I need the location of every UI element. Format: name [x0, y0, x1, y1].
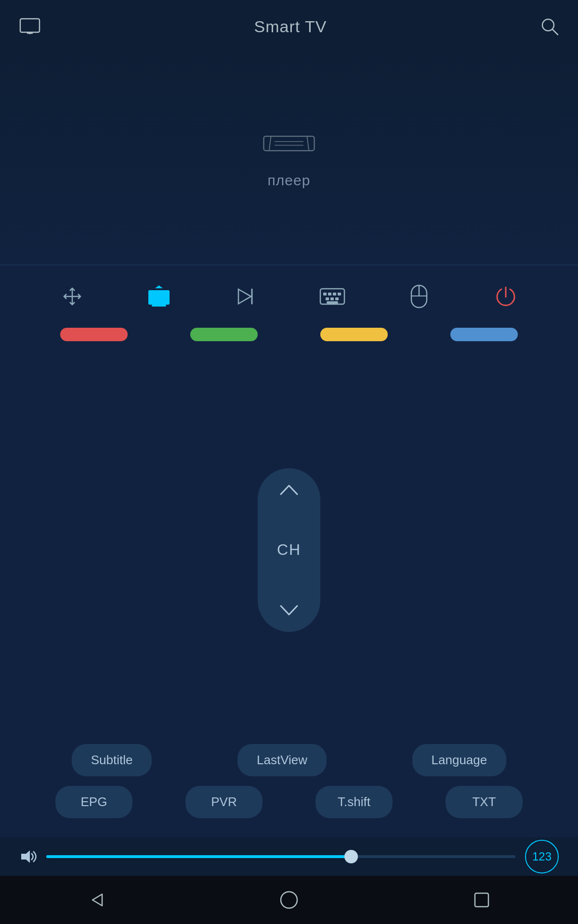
color-buttons-row [0, 323, 578, 356]
svg-rect-21 [326, 297, 329, 300]
svg-rect-13 [148, 290, 170, 305]
channel-down-button[interactable] [277, 603, 301, 617]
func-buttons-section: Subtitle LastView Language EPG PVR T.shi… [0, 744, 578, 837]
channel-up-button[interactable] [277, 483, 301, 497]
svg-rect-20 [338, 293, 341, 295]
skip-next-icon[interactable] [229, 280, 263, 313]
red-button[interactable] [60, 328, 128, 341]
svg-rect-5 [264, 136, 315, 151]
language-button[interactable]: Language [412, 744, 507, 776]
yellow-button[interactable] [320, 328, 388, 341]
svg-rect-0 [20, 19, 39, 32]
svg-rect-24 [327, 301, 338, 304]
epg-button[interactable]: EPG [55, 786, 132, 818]
search-icon[interactable] [540, 17, 559, 36]
svg-rect-17 [323, 293, 327, 295]
svg-marker-29 [21, 850, 30, 863]
subtitle-button[interactable]: Subtitle [72, 744, 152, 776]
tshift-button[interactable]: T.shift [315, 786, 393, 818]
icon-bar [0, 265, 578, 323]
remote-section: CH Subtitle LastView Language EPG PVR T.… [0, 265, 578, 876]
lastview-button[interactable]: LastView [237, 744, 327, 776]
volume-number[interactable]: 123 [525, 840, 559, 873]
channel-label: CH [277, 541, 301, 559]
back-button[interactable] [77, 881, 116, 919]
volume-icon [19, 848, 37, 865]
hdmi-icon [260, 129, 318, 158]
home-button[interactable] [270, 881, 308, 919]
keyboard-icon[interactable] [315, 280, 349, 313]
svg-rect-12 [152, 305, 166, 307]
device-label: плеер [268, 172, 311, 189]
power-icon[interactable] [489, 280, 523, 313]
svg-rect-22 [330, 297, 334, 300]
svg-rect-23 [335, 297, 339, 300]
svg-rect-18 [328, 293, 331, 295]
svg-rect-19 [333, 293, 336, 295]
pvr-button[interactable]: PVR [185, 786, 263, 818]
volume-thumb[interactable] [344, 850, 358, 863]
svg-line-4 [552, 29, 558, 35]
volume-row: 123 [0, 837, 578, 876]
top-bar: Smart TV [0, 0, 578, 53]
svg-marker-11 [155, 285, 163, 288]
channel-pill: CH [258, 468, 320, 632]
device-section: плеер [0, 53, 578, 265]
svg-marker-30 [92, 894, 102, 906]
tv-channel-icon[interactable] [142, 280, 176, 313]
volume-fill [46, 855, 351, 858]
mouse-icon[interactable] [402, 280, 436, 313]
move-icon[interactable] [55, 280, 89, 313]
app-title: Smart TV [254, 17, 327, 36]
bottom-nav [0, 876, 578, 924]
func-row-1: Subtitle LastView Language [29, 744, 549, 776]
svg-rect-32 [475, 893, 488, 907]
recent-button[interactable] [462, 881, 501, 919]
green-button[interactable] [190, 328, 258, 341]
txt-button[interactable]: TXT [446, 786, 523, 818]
func-row-2: EPG PVR T.shift TXT [29, 786, 549, 818]
tv-screen-icon[interactable] [19, 18, 40, 35]
blue-button[interactable] [450, 328, 518, 341]
volume-track[interactable] [46, 855, 515, 858]
svg-marker-14 [238, 289, 251, 304]
channel-control-area: CH [0, 356, 578, 744]
svg-point-31 [281, 892, 297, 908]
